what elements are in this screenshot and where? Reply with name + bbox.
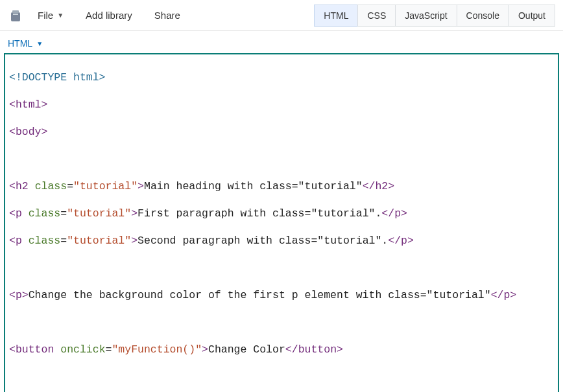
language-label: HTML xyxy=(8,38,32,49)
panel-tabs: HTML CSS JavaScript Console Output xyxy=(315,5,555,27)
svg-rect-1 xyxy=(12,10,19,13)
language-selector[interactable]: HTML ▼ xyxy=(8,38,43,49)
tab-css[interactable]: CSS xyxy=(357,5,396,27)
menu-bar: File ▼ Add library Share xyxy=(32,6,186,25)
svg-rect-2 xyxy=(13,14,18,15)
add-library-button[interactable]: Add library xyxy=(80,6,138,25)
tab-console[interactable]: Console xyxy=(457,5,509,27)
jsbin-logo-icon xyxy=(8,8,23,23)
caret-down-icon: ▼ xyxy=(36,40,43,47)
file-label: File xyxy=(38,10,53,21)
share-label: Share xyxy=(154,10,180,21)
tab-html[interactable]: HTML xyxy=(314,5,358,27)
add-library-label: Add library xyxy=(86,10,132,21)
tab-javascript[interactable]: JavaScript xyxy=(395,5,457,27)
share-button[interactable]: Share xyxy=(149,6,186,25)
top-toolbar: File ▼ Add library Share HTML CSS JavaSc… xyxy=(0,0,563,31)
caret-down-icon: ▼ xyxy=(57,12,64,19)
editor-subheader: HTML ▼ xyxy=(0,31,563,53)
file-menu[interactable]: File ▼ xyxy=(32,6,69,25)
code-editor[interactable]: <!DOCTYPE html> <html> <body> <h2 class=… xyxy=(4,53,559,392)
tab-output[interactable]: Output xyxy=(509,5,555,27)
